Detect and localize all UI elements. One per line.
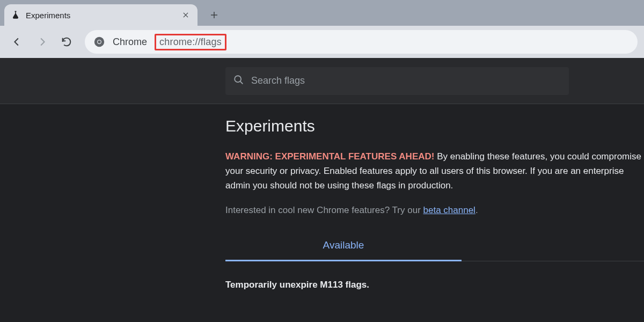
- beta-prefix: Interested in cool new Chrome features? …: [225, 205, 423, 215]
- reload-button[interactable]: [56, 31, 77, 53]
- toolbar: Chrome chrome://flags: [0, 26, 644, 58]
- page-title: Experiments: [225, 117, 644, 135]
- search-flags-input[interactable]: [251, 75, 561, 86]
- site-label: Chrome: [113, 36, 147, 48]
- warning-text: WARNING: EXPERIMENTAL FEATURES AHEAD! By…: [225, 149, 644, 193]
- search-icon: [233, 74, 245, 88]
- address-bar[interactable]: Chrome chrome://flags: [85, 30, 638, 54]
- url-text: chrome://flags: [155, 34, 226, 50]
- beta-suffix: .: [475, 205, 478, 215]
- forward-button: [31, 31, 53, 53]
- flask-icon: [11, 10, 20, 20]
- flags-body: Experiments WARNING: EXPERIMENTAL FEATUR…: [0, 104, 644, 290]
- chrome-icon: [93, 36, 105, 48]
- flags-header: [0, 58, 644, 104]
- svg-point-2: [98, 40, 101, 43]
- close-icon[interactable]: [180, 10, 191, 20]
- page-viewport: Experiments WARNING: EXPERIMENTAL FEATUR…: [0, 58, 644, 322]
- new-tab-button[interactable]: [205, 6, 223, 24]
- flags-tabs: Available Unavailable: [225, 232, 644, 261]
- browser-tab[interactable]: Experiments: [4, 4, 197, 26]
- tab-available[interactable]: Available: [225, 232, 462, 261]
- beta-line: Interested in cool new Chrome features? …: [225, 205, 644, 216]
- warning-label: WARNING: EXPERIMENTAL FEATURES AHEAD!: [225, 151, 434, 162]
- tab-unavailable[interactable]: Unavailable: [462, 232, 644, 261]
- beta-channel-link[interactable]: beta channel: [423, 205, 475, 215]
- search-flags-box[interactable]: [225, 67, 569, 95]
- tab-title: Experiments: [26, 11, 175, 20]
- back-button[interactable]: [6, 31, 28, 53]
- svg-point-3: [235, 76, 241, 82]
- browser-chrome: Experiments Chrome chrome://flags: [0, 0, 644, 58]
- tab-strip: Experiments: [0, 0, 644, 26]
- flag-item-title: Temporarily unexpire M113 flags.: [225, 280, 644, 290]
